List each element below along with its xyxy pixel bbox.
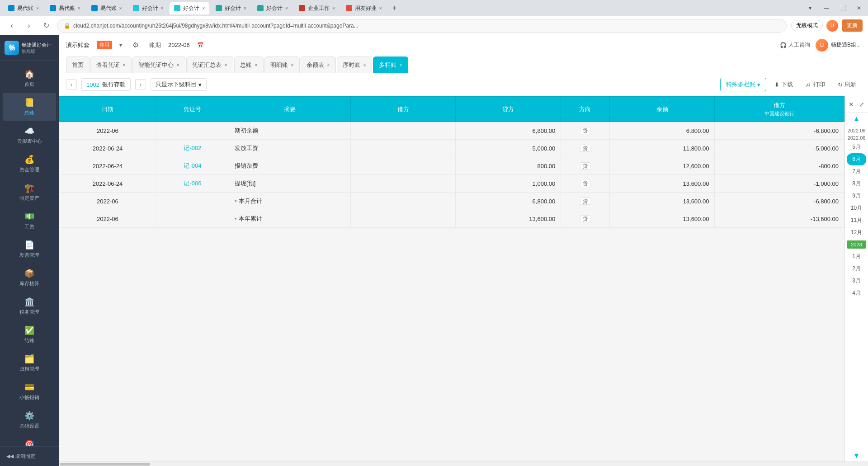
panel-close-button[interactable]: ✕ <box>847 100 856 109</box>
tab-detail-ledger[interactable]: 明细账 × <box>264 56 300 73</box>
update-button[interactable]: 更新 <box>842 19 863 32</box>
month-item-2023-1月[interactable]: 1月 <box>845 250 868 263</box>
tab-close-5[interactable]: × <box>202 6 205 11</box>
sidebar-item-guide[interactable]: 🎯 新手引导 <box>3 435 56 446</box>
refresh-button[interactable]: ↻ 刷新 <box>833 78 861 91</box>
browser-tab-7[interactable]: 好会计 × <box>253 2 292 14</box>
month-item-2023-3月[interactable]: 3月 <box>845 275 868 287</box>
tab-smart-voucher-close[interactable]: × <box>176 62 179 68</box>
tab-close-3[interactable]: × <box>119 6 122 11</box>
sidebar-item-archive[interactable]: 🗂️ 归档管理 <box>3 349 56 377</box>
dropdown-arrow-btn[interactable]: ▾ <box>119 42 122 48</box>
browser-tab-4[interactable]: 好会计 × <box>128 2 168 14</box>
voucher-link[interactable]: 记-006 <box>184 180 201 187</box>
sidebar-item-close-account[interactable]: ✅ 结账 <box>3 321 56 348</box>
month-item-2022-10月[interactable]: 10月 <box>845 202 868 214</box>
tab-close-8[interactable]: × <box>332 6 335 11</box>
next-account-button[interactable]: › <box>135 79 146 90</box>
prev-account-button[interactable]: ‹ <box>66 79 77 90</box>
header-actions: 特殊多栏账 ▾ ⬇ 下载 🖨 打印 ↻ 刷新 <box>720 78 861 91</box>
month-item-2022-9月[interactable]: 9月 <box>845 190 868 202</box>
new-tab-button[interactable]: + <box>388 2 401 14</box>
filter-dropdown[interactable]: 只显示下级科目 ▾ <box>151 78 207 91</box>
sidebar-item-ledger[interactable]: 📒 总账 <box>3 93 56 121</box>
calendar-button[interactable]: 📅 <box>197 42 204 48</box>
sidebar-item-expense[interactable]: 💳 小畅报销 <box>3 378 56 405</box>
browser-tab-6[interactable]: 好会计 × <box>211 2 251 14</box>
incognito-badge[interactable]: 无痕模式 <box>791 20 823 31</box>
maximize-button[interactable]: ⬜ <box>837 3 848 14</box>
sidebar-item-payroll[interactable]: 💵 工资 <box>3 207 56 235</box>
voucher-link[interactable]: 记-004 <box>184 162 201 169</box>
sidebar-item-settings[interactable]: ⚙️ 基础设置 <box>3 406 56 434</box>
tab-close-9[interactable]: × <box>379 6 382 11</box>
tab-balance-table-close[interactable]: × <box>327 62 330 68</box>
month-item-2022-12月[interactable]: 12月 <box>845 226 868 239</box>
browser-tab-3[interactable]: 易代账 × <box>87 2 127 14</box>
tab-time-ledger[interactable]: 序时账 × <box>337 56 372 73</box>
tab-home[interactable]: 首页 <box>66 56 90 73</box>
address-bar[interactable]: 🔒 cloud2.chanjet.com/accounting/uh26t264… <box>57 19 787 33</box>
print-button[interactable]: 🖨 打印 <box>801 78 830 91</box>
tab-close-6[interactable]: × <box>244 6 246 11</box>
tab-multi-column-close[interactable]: × <box>399 62 402 68</box>
tab-detail-ledger-close[interactable]: × <box>291 62 294 68</box>
refresh-browser-button[interactable]: ↻ <box>40 19 52 32</box>
month-item-2023-4月[interactable]: 4月 <box>845 287 868 299</box>
horizontal-scrollbar[interactable] <box>59 461 868 466</box>
back-button[interactable]: ‹ <box>5 19 18 32</box>
browser-tab-1[interactable]: 易代账 × <box>4 2 43 14</box>
tab-smart-voucher[interactable]: 智能凭证中心 × <box>132 56 185 73</box>
tab-voucher-summary[interactable]: 凭证汇总表 × <box>186 56 233 73</box>
download-button[interactable]: ⬇ 下载 <box>770 78 797 91</box>
tab-close-1[interactable]: × <box>36 6 39 11</box>
sidebar-item-home[interactable]: 🏠 首页 <box>3 65 56 92</box>
tab-general-ledger[interactable]: 总账 × <box>234 56 264 73</box>
tab-balance-table[interactable]: 余额表 × <box>301 56 336 73</box>
tab-close-7[interactable]: × <box>285 6 288 11</box>
settings-gear-button[interactable]: ⚙ <box>129 39 142 52</box>
tab-general-ledger-close[interactable]: × <box>255 62 258 68</box>
minimize-button[interactable]: — <box>821 3 832 14</box>
panel-expand-button[interactable]: ⤢ <box>857 100 866 109</box>
month-item-2022-11月[interactable]: 11月 <box>845 214 868 226</box>
sidebar-item-funds[interactable]: 💰 资金管理 <box>3 150 56 178</box>
tab-multi-column[interactable]: 多栏账 × <box>373 56 408 73</box>
scroll-down-button[interactable]: ▼ <box>845 450 868 461</box>
consult-button[interactable]: 🎧 人工咨询 <box>780 41 810 49</box>
month-item-2022-6月[interactable]: 6月 <box>847 153 866 165</box>
tab-time-ledger-close[interactable]: × <box>363 62 366 68</box>
sidebar-item-invoice[interactable]: 📄 发票管理 <box>3 235 56 263</box>
month-item-2022-5月[interactable]: 5月 <box>845 141 868 153</box>
forward-button[interactable]: › <box>23 19 35 32</box>
unpin-button[interactable]: ◀◀ 取消固定 <box>5 451 54 461</box>
voucher-link[interactable]: 记-002 <box>184 145 201 151</box>
table-row: 2022-06-24记-002发放工资5,000.00贷11,800.00-5,… <box>59 140 844 157</box>
special-multi-column-button[interactable]: 特殊多栏账 ▾ <box>720 78 766 91</box>
tab-close-2[interactable]: × <box>78 6 80 11</box>
sidebar-item-tax[interactable]: 🏛️ 税务管理 <box>3 292 56 320</box>
browser-tab-9[interactable]: 用友好业 × <box>341 2 387 14</box>
browser-tab-8[interactable]: 企业工作 × <box>294 2 340 14</box>
scrollbar-thumb[interactable] <box>60 463 150 466</box>
browser-tab-2[interactable]: 易代账 × <box>45 2 85 14</box>
month-item-2022-8月[interactable]: 8月 <box>845 178 868 190</box>
month-item-2022-7月[interactable]: 7月 <box>845 165 868 178</box>
scroll-up-button[interactable]: ▲ <box>845 113 868 125</box>
browser-user-avatar[interactable]: U <box>826 20 838 32</box>
sidebar-item-fixed-assets[interactable]: 🏗️ 固定资产 <box>3 179 56 206</box>
sidebar-item-cloud-report[interactable]: ☁️ 云报表中心 <box>3 122 56 149</box>
tab-view-voucher[interactable]: 查看凭证 × <box>90 56 132 73</box>
account-selector[interactable]: 1002 银行存款 <box>81 78 131 91</box>
tab-view-voucher-close[interactable]: × <box>123 62 126 68</box>
tab-close-4[interactable]: × <box>161 6 164 11</box>
sidebar-item-inventory[interactable]: 📦 库存核算 <box>3 264 56 292</box>
tab-list-button[interactable]: ▾ <box>805 3 816 14</box>
browser-tab-5[interactable]: 好会计 × <box>170 2 209 14</box>
month-item-2023-2月[interactable]: 2月 <box>845 263 868 275</box>
table-container[interactable]: 日期 凭证号 摘要 借方 贷方 方向 余额 借方 中国建设银行 <box>59 96 844 461</box>
close-window-button[interactable]: ✕ <box>854 3 864 14</box>
browser-tools: 无痕模式 U 更新 <box>791 19 863 32</box>
tab-voucher-summary-close[interactable]: × <box>224 62 227 68</box>
period-label: 账期 <box>149 41 161 49</box>
